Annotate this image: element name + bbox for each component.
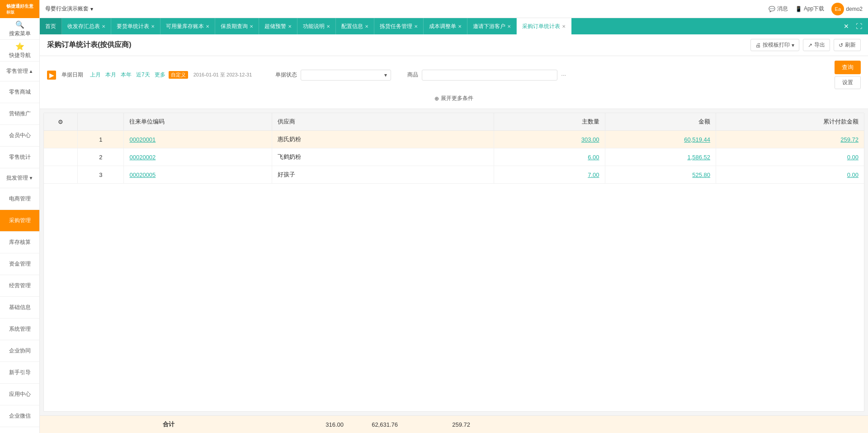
export-icon: ↗	[808, 42, 812, 48]
settings-button[interactable]: 设置	[835, 76, 861, 89]
td-qty[interactable]: 303.00	[494, 131, 605, 148]
footer-paid: 259.72	[398, 421, 470, 428]
sidebar-item-search[interactable]: 🔍 搜索菜单	[0, 18, 39, 40]
sidebar-item-newguide[interactable]: 新手引导	[0, 362, 39, 384]
tab-order-stats[interactable]: 要货单统计表 ✕	[111, 18, 160, 34]
th-num	[78, 113, 124, 131]
tab-cost-adjust[interactable]: 成本调整单 ✕	[424, 18, 467, 34]
td-qty[interactable]: 7.00	[494, 166, 605, 184]
fullscreen-btn[interactable]: ⛶	[854, 21, 864, 32]
close-window-btn[interactable]: ✕	[841, 21, 852, 32]
sidebar-item-collab[interactable]: 企业协同	[0, 340, 39, 362]
sidebar-item-appcenter[interactable]: 应用中心	[0, 384, 39, 405]
sidebar-item-basic[interactable]: 基础信息	[0, 297, 39, 319]
tab-overstock-alert[interactable]: 超储预警 ✕	[259, 18, 297, 34]
print-icon: 🖨	[755, 42, 761, 48]
sidebar-item-inventory[interactable]: 库存核算	[0, 232, 39, 253]
tab-invite-downstream[interactable]: 邀请下游客户 ✕	[467, 18, 517, 34]
td-supplier: 惠氏奶粉	[272, 131, 494, 148]
sidebar-item-retail-stats[interactable]: 零售统计	[0, 147, 39, 168]
th-gear[interactable]: ⚙	[44, 113, 78, 131]
td-code[interactable]: 00020002	[124, 148, 272, 166]
sidebar-item-system[interactable]: 系统管理	[0, 319, 39, 340]
tab-close-icon[interactable]: ✕	[562, 24, 566, 29]
td-paid[interactable]: 0.00	[716, 166, 864, 184]
td-code[interactable]: 00020005	[124, 166, 272, 184]
td-amount[interactable]: 525.80	[605, 166, 716, 184]
expand-more-button[interactable]: ⊕ 展开更多条件	[47, 93, 861, 104]
shortcut-more[interactable]: 更多	[153, 71, 167, 79]
sidebar-item-retail[interactable]: 零售管理 ▲	[0, 62, 39, 81]
th-supplier: 供应商	[272, 113, 494, 131]
refresh-button[interactable]: ↺ 刷新	[834, 39, 861, 51]
td-amount[interactable]: 1,586.52	[605, 148, 716, 166]
shortcut-this-year[interactable]: 本年	[119, 71, 133, 79]
tab-shelf-life[interactable]: 保质期查询 ✕	[215, 18, 259, 34]
tab-close-icon[interactable]: ✕	[151, 24, 155, 29]
sidebar-item-marketing[interactable]: 营销推广	[0, 103, 39, 125]
more-icon[interactable]: ···	[561, 71, 566, 78]
tab-close-icon[interactable]: ✕	[102, 24, 105, 29]
tab-stock-task[interactable]: 拣货任务管理 ✕	[374, 18, 424, 34]
td-qty[interactable]: 6.00	[494, 148, 605, 166]
td-amount[interactable]: 60,519.44	[605, 131, 716, 148]
sidebar-item-wholesale[interactable]: 批发管理 ▼	[0, 168, 39, 188]
tab-func-desc[interactable]: 功能说明 ✕	[297, 18, 336, 34]
td-paid[interactable]: 259.72	[716, 131, 864, 148]
sidebar-item-quicknav[interactable]: ⭐ 快捷导航	[0, 40, 39, 62]
table-row[interactable]: 2 00020002 飞鹤奶粉 6.00 1,586.52 0.00	[44, 148, 864, 166]
chevron-down-icon: ▾	[90, 6, 93, 12]
filter-goods: 商品 ···	[407, 70, 566, 81]
expand-icon: ⊕	[434, 95, 439, 102]
table-row[interactable]: 1 00020001 惠氏奶粉 303.00 60,519.44 259.72	[44, 131, 864, 148]
query-button[interactable]: 查询	[835, 61, 861, 74]
shortcut-this-month[interactable]: 本月	[104, 71, 118, 79]
tab-available-stock[interactable]: 可用量库存账本 ✕	[160, 18, 215, 34]
tab-purchase-summary[interactable]: 采购订单统计表 ✕	[517, 18, 571, 34]
filter-row-1: ▶ 单据日期 上月 本月 本年 近7天 更多 自定义 2016-01-01 至 …	[47, 61, 861, 89]
table-footer: 合计 316.00 62,631.76 259.72	[40, 415, 868, 433]
export-button[interactable]: ↗ 导出	[803, 39, 830, 51]
tab-close-icon[interactable]: ✕	[414, 24, 418, 29]
table-row[interactable]: 3 00020005 好孩子 7.00 525.80 0.00	[44, 166, 864, 184]
sidebar-item-operation[interactable]: 经营管理	[0, 275, 39, 297]
tab-receive-summary[interactable]: 收发存汇总表 ✕	[62, 18, 111, 34]
filter-area: ▶ 单据日期 上月 本月 本年 近7天 更多 自定义 2016-01-01 至 …	[40, 56, 868, 109]
sidebar-item-purchase[interactable]: 采购管理	[0, 210, 39, 232]
sidebar: 畅捷通好生意 标版 🔍 搜索菜单 ⭐ 快捷导航 零售管理 ▲ 零售商城 营销推广…	[0, 0, 40, 433]
template-print-button[interactable]: 🖨 按模板打印 ▾	[750, 39, 799, 51]
user-menu[interactable]: Ea demo2	[831, 3, 863, 15]
sidebar-item-wechat[interactable]: 企业微信	[0, 405, 39, 427]
chevron-down-icon: ▾	[384, 72, 387, 78]
footer-total-label: 合计	[163, 420, 289, 428]
tab-close-icon[interactable]: ✕	[458, 24, 462, 29]
sidebar-item-ecommerce[interactable]: 电商管理	[0, 188, 39, 210]
table-header-row: ⚙ 往来单位编码 供应商 主数量 金额 累计付款金额	[44, 113, 864, 131]
message-btn[interactable]: 💬 消息	[769, 5, 788, 13]
shortcut-last-month[interactable]: 上月	[89, 71, 102, 79]
tab-close-icon[interactable]: ✕	[326, 24, 330, 29]
td-num: 1	[78, 131, 124, 148]
td-code[interactable]: 00020001	[124, 131, 272, 148]
sidebar-item-vip[interactable]: 畅会员	[0, 427, 39, 433]
sidebar-item-finance[interactable]: 资金管理	[0, 253, 39, 275]
account-dropdown[interactable]: 母婴行业演示账套 ▾	[45, 5, 93, 13]
tab-close-icon[interactable]: ✕	[250, 24, 253, 29]
td-gear	[44, 131, 78, 148]
td-paid[interactable]: 0.00	[716, 148, 864, 166]
tab-close-icon[interactable]: ✕	[507, 24, 511, 29]
sidebar-item-member[interactable]: 会员中心	[0, 125, 39, 147]
tab-home[interactable]: 首页	[40, 18, 62, 34]
shortcut-7days[interactable]: 近7天	[135, 71, 151, 79]
tab-close-icon[interactable]: ✕	[288, 24, 292, 29]
goods-input[interactable]	[422, 70, 557, 81]
app-download-btn[interactable]: 📱 App下载	[795, 5, 824, 13]
td-num: 3	[78, 166, 124, 184]
status-select[interactable]: ▾	[301, 70, 391, 81]
tab-close-icon[interactable]: ✕	[206, 24, 209, 29]
sidebar-item-retail-shop[interactable]: 零售商城	[0, 81, 39, 103]
filter-toggle-button[interactable]: ▶	[47, 71, 56, 80]
custom-date-badge[interactable]: 自定义	[169, 71, 188, 79]
tab-close-icon[interactable]: ✕	[365, 24, 368, 29]
tab-config-info[interactable]: 配置信息 ✕	[336, 18, 374, 34]
